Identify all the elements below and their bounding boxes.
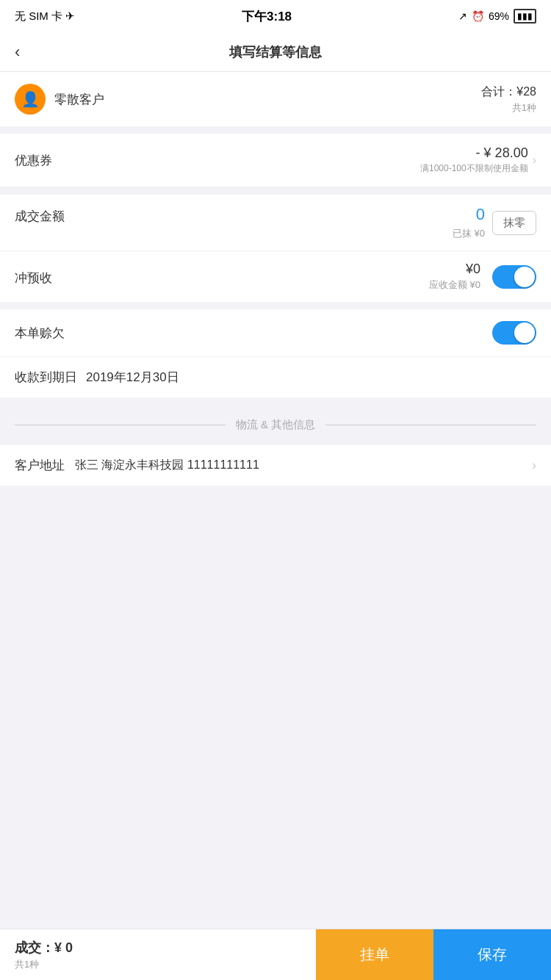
back-button[interactable]: ‹ [15, 43, 20, 62]
nav-bar: ‹ 填写结算等信息 [0, 32, 551, 72]
coupon-section: 优惠券 - ¥ 28.00 满1000-100不限制使用金额 › [0, 134, 551, 187]
prepay-row: 冲预收 ¥0 应收金额 ¥0 [0, 251, 551, 302]
prepay-value: ¥0 [429, 262, 480, 277]
avatar: 👤 [15, 84, 46, 115]
amount-section: 成交金额 0 已抹 ¥0 抹零 冲预收 ¥0 应收金额 ¥0 [0, 195, 551, 302]
address-chevron-icon: › [532, 458, 536, 473]
battery-icon: ▮▮▮ [514, 9, 536, 24]
divider-line-right [325, 425, 536, 425]
chevron-right-icon: › [533, 154, 536, 167]
alarm-icon: ⏰ [472, 10, 484, 22]
debt-section: 本单赊欠 收款到期日 2019年12月30日 [0, 309, 551, 397]
prepay-right: ¥0 应收金额 ¥0 [429, 262, 536, 292]
address-section: 客户地址 张三 海淀永丰科技园 11111111111 › [0, 445, 551, 486]
coupon-row[interactable]: 优惠券 - ¥ 28.00 满1000-100不限制使用金额 › [0, 134, 551, 187]
deal-amount-row: 成交金额 0 已抹 ¥0 抹零 [0, 195, 551, 251]
prepay-toggle[interactable] [492, 265, 536, 289]
customer-row: 👤 零散客户 合计：¥28 共1种 [0, 72, 551, 126]
coupon-description: 满1000-100不限制使用金额 [420, 162, 528, 175]
status-bar: 无 SIM 卡 ✈ 下午3:18 ↗ ⏰ 69% ▮▮▮ [0, 0, 551, 32]
prepay-label: 冲预收 [15, 267, 52, 287]
location-icon: ↗ [458, 10, 467, 22]
address-row[interactable]: 客户地址 张三 海淀永丰科技园 11111111111 › [0, 445, 551, 486]
total-count: 共1种 [481, 101, 536, 115]
person-icon: 👤 [21, 90, 40, 108]
logistics-label: 物流 & 其他信息 [226, 418, 325, 432]
deal-amount-sub: 已抹 ¥0 [453, 227, 485, 240]
coupon-info: - ¥ 28.00 满1000-100不限制使用金额 [420, 145, 528, 175]
debt-row: 本单赊欠 [0, 309, 551, 357]
round-zero-button[interactable]: 抹零 [492, 211, 536, 235]
prepay-sub: 应收金额 ¥0 [429, 278, 480, 292]
customer-section: 👤 零散客户 合计：¥28 共1种 [0, 72, 551, 126]
save-button[interactable]: 保存 [433, 929, 551, 981]
customer-left: 👤 零散客户 [15, 84, 104, 115]
address-value: 张三 海淀永丰科技园 11111111111 [75, 458, 526, 473]
bottom-info: 成交：¥ 0 共1种 [0, 939, 316, 971]
hang-button[interactable]: 挂单 [316, 929, 433, 981]
deal-amount-label: 成交金额 [15, 205, 65, 225]
coupon-label: 优惠券 [15, 152, 52, 169]
prepay-info: ¥0 应收金额 ¥0 [429, 262, 480, 292]
status-right: ↗ ⏰ 69% ▮▮▮ [458, 9, 536, 24]
address-label: 客户地址 [15, 457, 65, 474]
bottom-bar: 成交：¥ 0 共1种 挂单 保存 [0, 929, 551, 980]
toggle-knob [514, 267, 535, 287]
bottom-deal-row: 成交：¥ 0 [15, 939, 301, 956]
total-price: 合计：¥28 [481, 84, 536, 100]
customer-name: 零散客户 [54, 91, 104, 108]
status-left: 无 SIM 卡 ✈ [15, 10, 75, 24]
coupon-amount: - ¥ 28.00 [420, 145, 528, 161]
deal-amount-info: 0 已抹 ¥0 [453, 205, 485, 240]
due-date-value: 2019年12月30日 [86, 369, 179, 386]
status-time: 下午3:18 [242, 8, 292, 25]
customer-right: 合计：¥28 共1种 [481, 84, 536, 115]
bottom-deal-label: 成交： [15, 940, 54, 955]
debt-toggle[interactable] [492, 321, 536, 345]
deal-amount-right: 0 已抹 ¥0 抹零 [453, 205, 536, 240]
divider-line-left [15, 425, 226, 425]
bottom-deal-value: ¥ 0 [54, 940, 73, 955]
due-date-row: 收款到期日 2019年12月30日 [0, 357, 551, 397]
coupon-right: - ¥ 28.00 满1000-100不限制使用金额 › [420, 145, 536, 175]
battery-label: 69% [489, 10, 509, 22]
debt-label: 本单赊欠 [15, 325, 65, 342]
page-title: 填写结算等信息 [229, 43, 322, 61]
bottom-spacer [0, 493, 551, 552]
logistics-divider: 物流 & 其他信息 [0, 405, 551, 445]
due-date-label: 收款到期日 [15, 369, 77, 386]
deal-amount-value: 0 [453, 205, 485, 224]
bottom-count: 共1种 [15, 958, 301, 971]
no-sim-label: 无 SIM 卡 ✈ [15, 10, 75, 24]
debt-toggle-knob [514, 323, 535, 343]
